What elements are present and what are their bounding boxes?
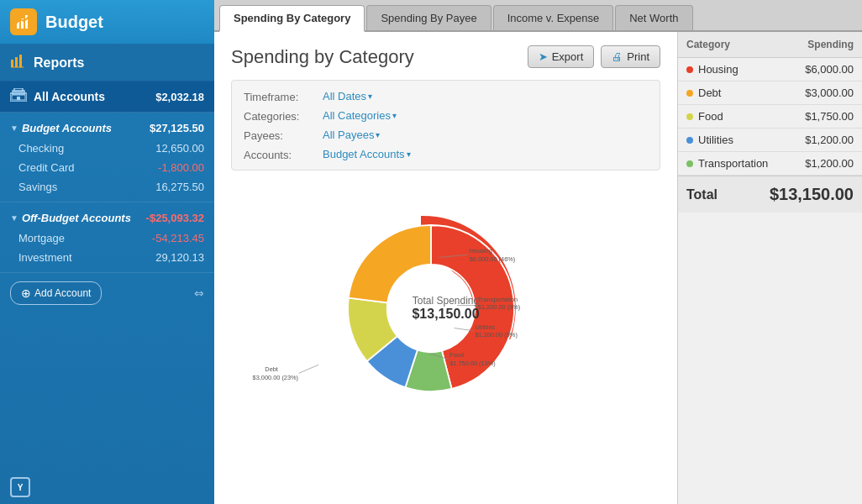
housing-row-amount: $6,000.00 [805,63,854,76]
print-button[interactable]: 🖨 Print [601,45,660,68]
transportation-row-label: Transportation [698,157,768,170]
utilities-dot [686,137,693,144]
svg-text:$1,200.00 (9%): $1,200.00 (9%) [475,331,517,339]
total-row: Total $13,150.00 [678,176,862,213]
arrows-icon: ⇔ [194,286,204,300]
debt-row-label: Debt [698,87,721,99]
timeframe-filter[interactable]: All Dates [323,89,648,103]
list-item[interactable]: Checking 12,650.00 [0,139,214,158]
total-label: Total [686,187,717,202]
add-account-row: ⊕ Add Account ⇔ [0,273,214,313]
list-item[interactable]: Savings 16,275.50 [0,177,214,197]
housing-dot [686,66,693,73]
svg-line-13 [439,255,468,257]
svg-rect-10 [14,88,23,92]
categories-filter[interactable]: All Categories [323,108,648,123]
all-accounts-label: All Accounts [34,90,149,103]
sidebar-header[interactable]: Budget [0,0,214,45]
reports-icon [10,53,25,72]
svg-text:Food: Food [449,351,464,359]
payees-label: Payees: [244,128,319,142]
tab-income-vs-expense[interactable]: Income v. Expense [493,5,614,30]
budget-accounts-header[interactable]: ▼ Budget Accounts $27,125.50 [0,118,214,139]
list-item[interactable]: Debt $3,000.00 [678,81,862,105]
budget-accounts-title: ▼ Budget Accounts [10,122,112,134]
tab-net-worth[interactable]: Net Worth [615,5,692,30]
filters-panel: Timeframe: All Dates Categories: All Cat… [231,80,660,171]
export-button[interactable]: ➤ Export [528,45,595,68]
accounts-filter[interactable]: Budget Accounts [323,147,648,161]
main-content: Spending By Category Spending By Payee I… [214,0,862,504]
list-item[interactable]: Mortgage -54,213.45 [0,228,214,248]
food-dot [686,113,693,120]
plus-icon: ⊕ [21,286,31,300]
sidebar-footer: Y [0,470,214,504]
svg-text:Transportation: Transportation [478,296,518,303]
report-actions: ➤ Export 🖨 Print [528,45,660,68]
svg-text:$1,750.00 (13%): $1,750.00 (13%) [449,360,496,367]
total-amount: $13,150.00 [770,185,854,204]
svg-text:$1,200.00 (9%): $1,200.00 (9%) [478,303,520,311]
off-budget-accounts-title: ▼ Off-Budget Accounts [10,212,131,224]
sidebar-reports-item[interactable]: Reports [0,45,214,81]
off-budget-accounts-section: ▼ Off-Budget Accounts -$25,093.32 Mortga… [0,202,214,273]
report-title: Spending by Category [231,46,414,68]
report-title-bar: Spending by Category ➤ Export 🖨 Print [231,45,660,68]
svg-rect-11 [17,97,20,100]
chart-labels: Housing $6,000.00 (46%) Transportation $… [231,182,660,434]
svg-line-22 [428,354,449,360]
budget-icon [10,8,37,35]
debt-dot [686,90,693,97]
list-item[interactable]: Credit Card -1,800.00 [0,158,214,177]
svg-text:Utilities: Utilities [475,323,495,331]
sidebar-budget-label: Budget [45,13,103,32]
tab-spending-by-category[interactable]: Spending By Category [219,5,365,32]
payees-filter[interactable]: All Payees [323,128,648,142]
accounts-label: Accounts: [244,147,319,161]
all-accounts-icon [10,88,27,105]
debt-row-amount: $3,000.00 [805,87,854,99]
svg-text:$6,000.00 (46%): $6,000.00 (46%) [470,255,516,263]
spending-column-header: Spending [807,39,854,50]
svg-text:Housing: Housing [470,247,492,255]
report-panel: Spending by Category ➤ Export 🖨 Print Ti… [214,32,677,504]
svg-text:$3,000.00 (23%): $3,000.00 (23%) [253,374,299,381]
list-item[interactable]: Food $1,750.00 [678,105,862,129]
transportation-row-amount: $1,200.00 [805,157,854,170]
svg-text:Debt: Debt [265,365,278,373]
transportation-dot [686,160,693,167]
right-panel-header: Category Spending [678,32,862,58]
svg-rect-3 [11,60,13,67]
utilities-row-label: Utilities [698,134,733,146]
reports-label: Reports [34,55,84,71]
svg-rect-4 [15,57,18,67]
print-icon: 🖨 [612,50,623,63]
list-item[interactable]: Investment 29,120.13 [0,248,214,267]
content-area: Spending by Category ➤ Export 🖨 Print Ti… [214,32,862,504]
category-column-header: Category [686,39,730,50]
export-icon: ➤ [539,50,548,63]
list-item[interactable]: Housing $6,000.00 [678,58,862,81]
svg-line-25 [299,365,319,373]
list-item[interactable]: Utilities $1,200.00 [678,129,862,152]
food-row-label: Food [698,110,723,123]
chart-area: Total Spending $13,150.00 Housing $6,000… [231,182,660,434]
timeframe-label: Timeframe: [244,89,319,103]
svg-rect-5 [19,55,22,67]
tab-bar: Spending By Category Spending By Payee I… [214,0,862,32]
tab-spending-by-payee[interactable]: Spending By Payee [366,5,491,30]
off-budget-accounts-header[interactable]: ▼ Off-Budget Accounts -$25,093.32 [0,207,214,228]
all-accounts-value: $2,032.18 [155,91,204,103]
housing-row-label: Housing [698,63,738,76]
food-row-amount: $1,750.00 [805,110,854,123]
budget-accounts-section: ▼ Budget Accounts $27,125.50 Checking 12… [0,113,214,202]
add-account-button[interactable]: ⊕ Add Account [10,281,102,305]
ynab-logo: Y [10,477,30,497]
budget-accounts-amount: $27,125.50 [150,122,204,134]
svg-line-19 [455,328,475,331]
all-accounts-item[interactable]: All Accounts $2,032.18 [0,81,214,113]
off-budget-accounts-amount: -$25,093.32 [146,212,204,224]
right-panel-rows: Housing $6,000.00 Debt $3,000.00 Food [678,58,862,176]
right-panel: Category Spending Housing $6,000.00 Debt [677,32,862,504]
list-item[interactable]: Transportation $1,200.00 [678,152,862,176]
